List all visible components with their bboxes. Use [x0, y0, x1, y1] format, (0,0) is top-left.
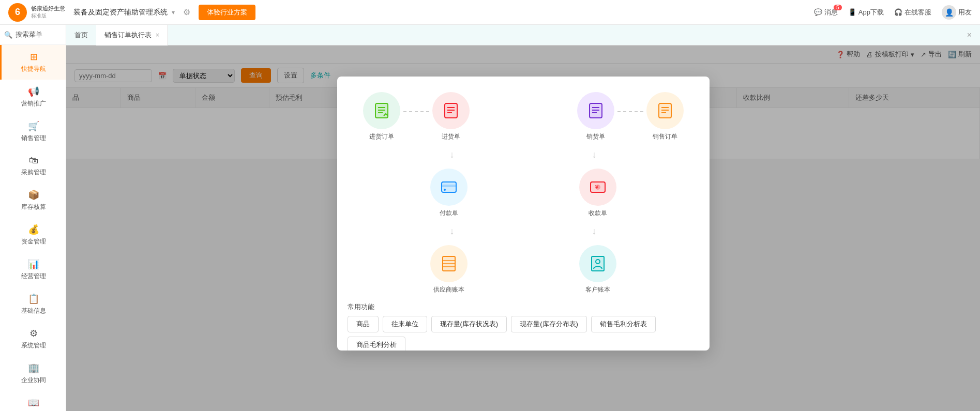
svg-rect-22 — [442, 185, 456, 187]
message-icon: 💬 — [814, 8, 822, 16]
func-btn-stock-dist[interactable]: 现存量(库存分布表) — [511, 316, 587, 332]
sidebar-item-sys-mgmt[interactable]: ⚙ 系统管理 — [0, 322, 66, 356]
marketing-icon: 📢 — [28, 86, 39, 97]
system-dropdown-icon[interactable]: ▾ — [172, 9, 175, 16]
sidebar-item-basic-info[interactable]: 📋 基础信息 — [0, 287, 66, 322]
flow-node-sales-bill[interactable]: 销货单 — [577, 92, 614, 141]
sidebar-item-quick-nav[interactable]: ⊞ 快捷导航 — [0, 45, 66, 80]
basic-info-icon: 📋 — [28, 293, 39, 305]
app-download-item[interactable]: 📱 App下载 — [848, 8, 884, 17]
search-menu[interactable]: 🔍 搜索菜单 — [0, 25, 66, 45]
flow-section: 进货订单 进货单 — [348, 87, 699, 294]
func-btn-products[interactable]: 商品 — [348, 316, 379, 332]
finance-icon: 💰 — [28, 224, 39, 235]
flow-node-sales-order[interactable]: 销售订单 — [646, 92, 684, 141]
flow-node-payment[interactable]: 付款单 — [430, 169, 468, 218]
sidebar-item-label: 经营管理 — [21, 272, 46, 281]
content-area: 首页 销售订单执行表 × × ❓ 帮助 🖨 按模板打印 — [66, 25, 980, 411]
sidebar-item-label: 基础信息 — [21, 307, 46, 315]
flow-arrows-down: ↓ ↓ — [348, 149, 699, 160]
payment-circle — [430, 169, 468, 206]
payment-label: 付款单 — [440, 209, 458, 218]
sidebar-item-label: 系统管理 — [21, 341, 46, 350]
common-functions: 常用功能 商品 往来单位 现存量(库存状况表) 现存量(库存分布表) 销售毛利分… — [348, 302, 699, 351]
search-icon: 🔍 — [4, 31, 12, 39]
purchase-order-circle — [363, 92, 400, 129]
sidebar-item-finance[interactable]: 💰 资金管理 — [0, 218, 66, 252]
func-btn-contacts[interactable]: 往来单位 — [383, 316, 427, 332]
customer-ledger-label: 客户账本 — [585, 285, 610, 294]
flow-pair-sales: 销货单 销售订单 — [577, 92, 684, 141]
flow-node-receipt[interactable]: ¥ 收款单 — [579, 169, 616, 218]
top-right-actions: 💬 消息 5 📱 App下载 🎧 在线客服 👤 用友 — [814, 5, 972, 20]
logo-sub: 标准版 — [31, 12, 65, 20]
sales-icon: 🛒 — [28, 120, 39, 132]
modal: 进货订单 进货单 — [337, 77, 710, 351]
common-func-title: 常用功能 — [348, 302, 699, 312]
sidebar-item-new-guide[interactable]: 📖 新手引导 — [0, 391, 66, 411]
user-item[interactable]: 👤 用友 — [942, 5, 972, 20]
supplier-ledger-circle — [430, 245, 468, 282]
flow-node-purchase-order[interactable]: 进货订单 — [363, 92, 400, 141]
flow-node-supplier-ledger[interactable]: 供应商账本 — [430, 245, 468, 294]
sidebar-item-inventory[interactable]: 📦 库存核算 — [0, 183, 66, 218]
trial-button[interactable]: 体验行业方案 — [199, 5, 255, 20]
logo-area: 6 畅康通好生意 标准版 — [8, 3, 65, 22]
flow-node-purchase-bill[interactable]: 进货单 — [432, 92, 470, 141]
tab-close-icon[interactable]: × — [156, 25, 159, 45]
sidebar-item-label: 企业协同 — [21, 376, 46, 385]
arrow-down-payment: ↓ — [450, 226, 455, 237]
sidebar-item-label: 采购管理 — [21, 168, 46, 177]
func-btn-sales-margin[interactable]: 销售毛利分析表 — [591, 316, 656, 332]
sidebar-item-label: 资金管理 — [21, 237, 46, 246]
message-badge: 5 — [834, 5, 842, 10]
system-title-text: 装备及固定资产辅助管理系统 — [73, 8, 168, 17]
main-area: 🔍 搜索菜单 ⊞ 快捷导航 📢 营销推广 🛒 销售管理 🛍 采购管理 📦 — [0, 25, 980, 411]
flow-node-customer-ledger[interactable]: 客户账本 — [579, 245, 616, 294]
flow-row-1: 进货订单 进货单 — [348, 87, 699, 141]
sales-bill-circle — [577, 92, 614, 129]
sidebar: 🔍 搜索菜单 ⊞ 快捷导航 📢 营销推广 🛒 销售管理 🛍 采购管理 📦 — [0, 25, 66, 411]
customer-ledger-circle — [579, 245, 616, 282]
sidebar-item-enterprise[interactable]: 🏢 企业协同 — [0, 356, 66, 391]
tab-sales-order[interactable]: 销售订单执行表 × — [96, 25, 168, 45]
inventory-icon: 📦 — [28, 189, 39, 201]
purchase-bill-label: 进货单 — [442, 132, 460, 141]
message-item[interactable]: 💬 消息 5 — [814, 8, 838, 17]
arrow-down-sales: ↓ — [592, 149, 597, 160]
service-label: 在线客服 — [904, 8, 931, 17]
svg-point-23 — [444, 189, 446, 191]
func-btn-stock-status[interactable]: 现存量(库存状况表) — [431, 316, 507, 332]
arrow-down-receipt: ↓ — [592, 226, 597, 237]
sidebar-item-operations[interactable]: 📊 经营管理 — [0, 252, 66, 287]
purchase-order-label: 进货订单 — [369, 132, 394, 141]
content-body: ❓ 帮助 🖨 按模板打印 ▾ ↗ 导出 🔄 刷新 — [66, 45, 980, 411]
sidebar-item-label: 销售管理 — [21, 134, 46, 143]
sales-order-circle — [646, 92, 684, 129]
tab-home[interactable]: 首页 — [66, 25, 96, 45]
sidebar-item-marketing[interactable]: 📢 营销推广 — [0, 80, 66, 114]
online-service-item[interactable]: 🎧 在线客服 — [894, 8, 931, 17]
new-guide-icon: 📖 — [28, 397, 39, 408]
search-menu-label: 搜索菜单 — [16, 30, 42, 39]
window-close-button[interactable]: × — [967, 31, 980, 40]
purchase-icon: 🛍 — [29, 155, 38, 166]
func-btn-product-margin[interactable]: 商品毛利分析 — [348, 337, 405, 351]
quick-nav-icon: ⊞ — [30, 51, 38, 63]
sidebar-item-label: 库存核算 — [21, 203, 46, 211]
flow-pair-purchase: 进货订单 进货单 — [363, 92, 470, 141]
sales-bill-label: 销货单 — [586, 132, 605, 141]
tab-label: 销售订单执行表 — [104, 25, 152, 45]
tab-bar: 首页 销售订单执行表 × × — [66, 25, 980, 45]
settings-icon[interactable]: ⚙ — [183, 7, 190, 17]
purchase-bill-circle — [432, 92, 470, 129]
user-label: 用友 — [958, 8, 972, 17]
system-title: 装备及固定资产辅助管理系统 ▾ ⚙ — [73, 7, 190, 17]
service-icon: 🎧 — [894, 8, 902, 16]
sidebar-item-purchase[interactable]: 🛍 采购管理 — [0, 149, 66, 183]
flow-arrows-down-2: ↓ ↓ — [348, 226, 699, 237]
modal-overlay[interactable]: 进货订单 进货单 — [66, 45, 980, 411]
arrow-down-purchase: ↓ — [450, 149, 455, 160]
sidebar-item-sales[interactable]: 🛒 销售管理 — [0, 114, 66, 149]
sidebar-item-label: 快捷导航 — [21, 65, 46, 73]
